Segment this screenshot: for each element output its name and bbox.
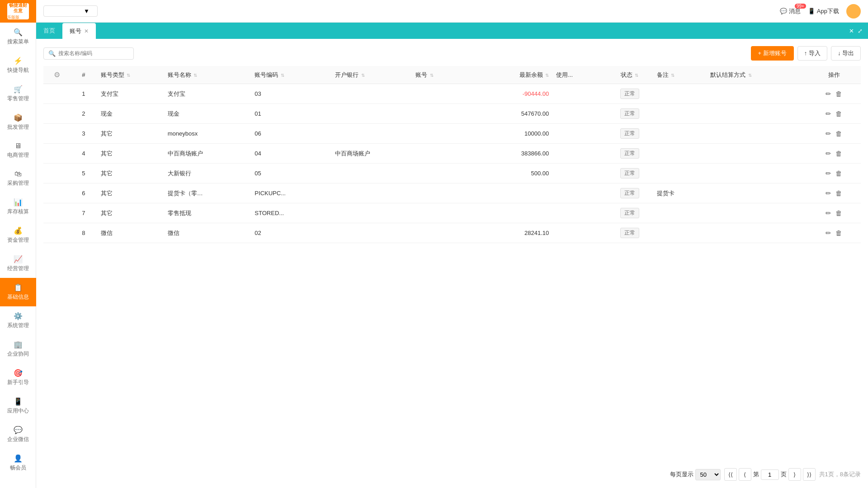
cell-status-3: 正常: [606, 144, 653, 164]
delete-button-7[interactable]: 🗑: [835, 229, 842, 237]
page-size-select[interactable]: 每页显示 50 100: [670, 469, 721, 480]
tab-expand-button[interactable]: ✕ ⤢: [844, 28, 868, 34]
sidebar-label-shortcut: 快捷导航: [7, 66, 29, 74]
page-prev-button[interactable]: ⟨: [739, 468, 751, 481]
col-account[interactable]: 账号 ⇅: [412, 66, 479, 84]
sidebar-label-operations: 经营管理: [7, 265, 29, 272]
logo-inner: 畅捷通财生意 乐版版: [7, 3, 29, 19]
tab-close-icon[interactable]: ✕: [84, 28, 89, 34]
col-code[interactable]: 账号编码 ⇅: [251, 66, 331, 84]
page-next-button[interactable]: ⟩: [788, 468, 801, 481]
delete-button-3[interactable]: 🗑: [835, 150, 842, 157]
page-last-button[interactable]: ⟩⟩: [803, 468, 816, 481]
col-type[interactable]: 账号类型 ⇅: [97, 66, 164, 84]
cell-status-6: 正常: [606, 203, 653, 223]
page-first-button[interactable]: ⟨⟨: [724, 468, 737, 481]
cell-name-0: 支付宝: [164, 84, 251, 104]
table-row: 4 其它 中百商场账户 04 中百商场账户 383866.00 正常 ✏ 🗑: [43, 144, 861, 164]
sidebar-item-purchase[interactable]: 🛍采购管理: [0, 164, 36, 192]
cell-num-7: 8: [70, 223, 97, 243]
import-button[interactable]: ↑ 导入: [797, 46, 827, 61]
sidebar-item-inventory[interactable]: 📊库存核算: [0, 192, 36, 221]
edit-button-4[interactable]: ✏: [826, 169, 831, 178]
delete-button-4[interactable]: 🗑: [835, 169, 842, 177]
search-input[interactable]: [58, 50, 129, 56]
sidebar-item-corpwx[interactable]: 💬企业微信: [0, 420, 36, 449]
edit-button-6[interactable]: ✏: [826, 209, 831, 217]
cell-status-1: 正常: [606, 104, 653, 124]
sidebar-item-finance[interactable]: 💰资金管理: [0, 221, 36, 249]
cell-payment-6: [707, 203, 807, 223]
edit-button-3[interactable]: ✏: [826, 150, 831, 158]
col-status[interactable]: 状态 ⇅: [606, 66, 653, 84]
cell-bank-6: [331, 203, 412, 223]
edit-button-7[interactable]: ✏: [826, 229, 831, 237]
col-note[interactable]: 备注 ⇅: [653, 66, 707, 84]
cell-payment-2: [707, 124, 807, 144]
close-icon: ✕: [849, 28, 854, 34]
sidebar-item-basic[interactable]: 📋基础信息: [0, 278, 36, 306]
status-badge-6: 正常: [620, 208, 639, 218]
delete-button-6[interactable]: 🗑: [835, 209, 842, 217]
cell-balance-4: 500.00: [479, 164, 552, 183]
delete-button-1[interactable]: 🗑: [835, 110, 842, 117]
sidebar-item-ecommerce[interactable]: 🖥电商管理: [0, 136, 36, 164]
sort-icon-code: ⇅: [281, 73, 284, 78]
cell-use-1: [552, 104, 606, 124]
search-box[interactable]: 🔍: [43, 47, 134, 60]
sidebar-label-wholesale: 批发管理: [7, 123, 29, 131]
cell-type-4: 其它: [97, 164, 164, 183]
cell-use-5: [552, 183, 606, 203]
cell-payment-7: [707, 223, 807, 243]
delete-button-5[interactable]: 🗑: [835, 189, 842, 197]
add-account-button[interactable]: + 新增账号: [751, 46, 794, 61]
sidebar-item-search[interactable]: 🔍搜索菜单: [0, 23, 36, 51]
sidebar-item-operations[interactable]: 📈经营管理: [0, 249, 36, 278]
sidebar-item-appcenter[interactable]: 📱应用中心: [0, 392, 36, 420]
msg-badge: 99+: [795, 4, 806, 9]
per-page-dropdown[interactable]: 50 100: [695, 469, 721, 480]
cell-action-7: ✏ 🗑: [807, 223, 861, 243]
table-row: 1 支付宝 支付宝 03 -90444.00 正常 ✏ 🗑: [43, 84, 861, 104]
cell-type-6: 其它: [97, 203, 164, 223]
msg-button[interactable]: 💬 消息 99+: [780, 7, 801, 15]
topbar-search[interactable]: ▼: [43, 5, 98, 17]
col-bank[interactable]: 开户银行 ⇅: [331, 66, 412, 84]
edit-button-1[interactable]: ✏: [826, 110, 831, 118]
cell-use-3: [552, 144, 606, 164]
page-input[interactable]: [761, 469, 779, 480]
delete-button-2[interactable]: 🗑: [835, 130, 842, 137]
sort-icon-note: ⇅: [671, 73, 675, 78]
inventory-icon: 📊: [14, 198, 23, 206]
edit-button-2[interactable]: ✏: [826, 130, 831, 138]
topbar-search-input[interactable]: [47, 8, 84, 14]
sidebar-label-enterprise: 企业协同: [7, 350, 29, 358]
cell-payment-0: [707, 84, 807, 104]
user-avatar[interactable]: [846, 4, 861, 19]
col-balance[interactable]: 最新余额 ⇅: [479, 66, 552, 84]
sidebar-item-system[interactable]: ⚙️系统管理: [0, 306, 36, 335]
edit-button-0[interactable]: ✏: [826, 90, 831, 98]
cell-use-0: [552, 84, 606, 104]
sidebar-item-shortcut[interactable]: ⚡快捷导航: [0, 51, 36, 80]
cell-name-6: 零售抵现: [164, 203, 251, 223]
fullscreen-icon: ⤢: [858, 28, 863, 34]
app-download-button[interactable]: 📱 App下载: [808, 7, 839, 15]
cell-account-7: [412, 223, 479, 243]
delete-button-0[interactable]: 🗑: [835, 90, 842, 98]
sidebar-item-guide[interactable]: 🎯新手引导: [0, 363, 36, 392]
col-payment[interactable]: 默认结算方式 ⇅: [707, 66, 807, 84]
tab-home[interactable]: 首页: [36, 23, 62, 39]
sidebar-label-purchase: 采购管理: [7, 179, 29, 187]
sidebar-item-wholesale[interactable]: 📦批发管理: [0, 108, 36, 136]
cell-payment-4: [707, 164, 807, 183]
edit-button-5[interactable]: ✏: [826, 189, 831, 197]
export-button[interactable]: ↓ 导出: [831, 46, 861, 61]
col-name[interactable]: 账号名称 ⇅: [164, 66, 251, 84]
sidebar-item-member[interactable]: 👤畅会员: [0, 449, 36, 477]
col-settings[interactable]: ⚙: [43, 66, 70, 84]
sidebar-item-enterprise[interactable]: 🏢企业协同: [0, 335, 36, 363]
sidebar-item-retail[interactable]: 🛒零售管理: [0, 80, 36, 108]
sidebar-label-member: 畅会员: [10, 464, 26, 472]
tab-accounts[interactable]: 账号 ✕: [62, 23, 96, 39]
